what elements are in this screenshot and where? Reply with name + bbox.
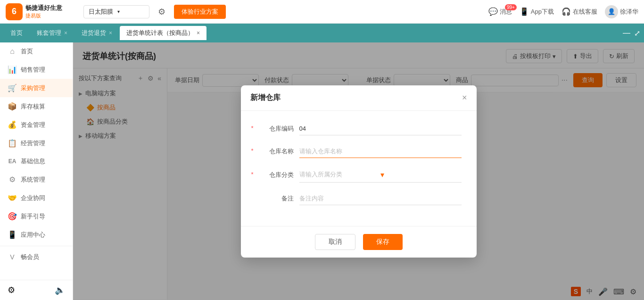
sidebar-item-purchase[interactable]: 🛒 采购管理: [0, 79, 73, 97]
warehouse-code-row: 仓库编码: [256, 122, 462, 135]
settings-button[interactable]: ⚙: [154, 4, 169, 19]
sidebar-label-finance: 资金管理: [21, 121, 45, 129]
purchase-icon: 🛒: [8, 83, 17, 92]
dialog-close-button[interactable]: ×: [462, 93, 467, 103]
category-chevron-icon: ▾: [380, 170, 462, 179]
modal-overlay: 新增仓库 × 仓库编码 仓库名称: [73, 42, 644, 300]
cancel-button[interactable]: 取消: [315, 234, 355, 250]
store-name: 日太阳膜: [89, 8, 116, 16]
online-service-item[interactable]: 🎧 在线客服: [561, 7, 597, 16]
warehouse-note-label: 备注: [256, 194, 294, 203]
username-label: 徐泽华: [620, 8, 638, 16]
tab-purchase-stats[interactable]: 进货单统计表（按商品） ×: [120, 26, 206, 40]
dialog-footer: 取消 保存: [241, 226, 477, 258]
user-item[interactable]: 👤 徐泽华: [605, 5, 638, 18]
dialog-body: 仓库编码 仓库名称 仓库分类 请输入所属分类 ▾: [241, 111, 477, 226]
new-warehouse-dialog: 新增仓库 × 仓库编码 仓库名称: [241, 85, 477, 258]
store-selector[interactable]: 日太阳膜 ▾: [83, 5, 149, 18]
chevron-icon: ▾: [117, 9, 144, 14]
inventory-icon: 📦: [8, 102, 17, 111]
tab-purchase-stats-close[interactable]: ×: [197, 30, 200, 36]
main-layout: ⌂ 首页 📊 销售管理 🛒 采购管理 📦 库存核算 💰 资金管理 📋 经营管理 …: [0, 42, 644, 300]
member-icon: V: [8, 253, 17, 261]
sidebar-label-basic-info: 基础信息: [21, 157, 45, 166]
dialog-header: 新增仓库 ×: [241, 85, 477, 111]
header-right: 💬 消息 99+ 📱 App下载 🎧 在线客服 👤 徐泽华: [488, 5, 638, 18]
tab-purchase-return[interactable]: 进货退货 ×: [75, 26, 119, 40]
sidebar-settings-icon[interactable]: ⚙: [8, 285, 15, 295]
tab-purchase-stats-label: 进货单统计表（按商品）: [126, 29, 194, 37]
sidebar-label-guide: 新手引导: [21, 212, 45, 221]
warehouse-category-placeholder: 请输入所属分类: [299, 170, 380, 179]
sidebar-label-purchase: 采购管理: [21, 84, 45, 92]
save-button[interactable]: 保存: [363, 234, 403, 250]
app-icon: 📱: [8, 230, 17, 239]
sidebar-item-home[interactable]: ⌂ 首页: [0, 42, 73, 60]
sidebar-label-home: 首页: [21, 47, 33, 56]
sidebar-item-member[interactable]: V 畅会员: [0, 248, 73, 266]
dialog-title: 新增仓库: [250, 93, 281, 103]
top-header: 6 畅捷通好生意 捷易版 日太阳膜 ▾ ⚙ 体验行业方案 💬 消息 99+ 📱 …: [0, 0, 644, 24]
logo-sub: 捷易版: [25, 12, 62, 19]
logo-name: 畅捷通好生意: [25, 4, 62, 12]
sidebar-label-operations: 经营管理: [21, 139, 45, 148]
tab-minimize-button[interactable]: —: [623, 29, 630, 38]
sidebar-item-inventory[interactable]: 📦 库存核算: [0, 97, 73, 116]
app-download-item[interactable]: 📱 App下载: [520, 7, 554, 16]
operations-icon: 📋: [8, 139, 17, 148]
logo-text: 畅捷通好生意 捷易版: [25, 4, 62, 19]
warehouse-name-input[interactable]: [299, 145, 462, 158]
tab-account-close[interactable]: ×: [64, 30, 67, 36]
message-badge: 99+: [505, 4, 517, 10]
trial-button[interactable]: 体验行业方案: [174, 5, 226, 19]
avatar: 👤: [605, 5, 618, 18]
tab-purchase-return-label: 进货退货: [82, 29, 106, 37]
sidebar-item-app[interactable]: 📱 应用中心: [0, 225, 73, 244]
warehouse-name-label: 仓库名称: [256, 147, 294, 156]
sidebar-item-operations[interactable]: 📋 经营管理: [0, 134, 73, 152]
tab-bar-right: — ⤢: [623, 29, 640, 38]
sidebar-item-basic-info[interactable]: EA 基础信息: [0, 152, 73, 170]
app-download-label: App下载: [531, 8, 554, 16]
enterprise-icon: 🤝: [8, 193, 17, 202]
finance-icon: 💰: [8, 120, 17, 129]
sidebar-collapse-icon[interactable]: 🔈: [55, 285, 65, 295]
sales-icon: 📊: [8, 65, 17, 74]
sidebar-divider: [0, 246, 73, 246]
system-icon: ⚙: [8, 175, 17, 184]
logo-icon: 6: [6, 3, 23, 20]
sidebar-label-app: 应用中心: [21, 231, 45, 239]
sidebar-label-inventory: 库存核算: [21, 102, 45, 111]
tab-home-label: 首页: [10, 29, 23, 37]
sidebar-item-guide[interactable]: 🎯 新手引导: [0, 207, 73, 225]
warehouse-code-label: 仓库编码: [256, 125, 294, 133]
tab-purchase-return-close[interactable]: ×: [109, 30, 112, 36]
sidebar-label-member: 畅会员: [21, 253, 39, 261]
warehouse-name-row: 仓库名称: [256, 145, 462, 158]
sidebar-item-system[interactable]: ⚙ 系统管理: [0, 170, 73, 189]
tab-account-label: 账套管理: [37, 29, 61, 37]
tab-home[interactable]: 首页: [4, 26, 29, 40]
sidebar: ⌂ 首页 📊 销售管理 🛒 采购管理 📦 库存核算 💰 资金管理 📋 经营管理 …: [0, 42, 73, 300]
tab-account[interactable]: 账套管理 ×: [30, 26, 74, 40]
content-area: 进货单统计(按商品) 🖨 按模板打印 ▾ ⬆ 导出 ↻ 刷新: [73, 42, 644, 300]
home-icon: ⌂: [8, 47, 17, 56]
tab-bar: 首页 账套管理 × 进货退货 × 进货单统计表（按商品） × — ⤢: [0, 24, 644, 42]
basic-info-icon: EA: [8, 158, 17, 165]
guide-icon: 🎯: [8, 212, 17, 221]
message-item[interactable]: 💬 消息 99+: [488, 7, 512, 16]
warehouse-note-row: 备注: [256, 192, 462, 205]
logo-area: 6 畅捷通好生意 捷易版: [6, 3, 79, 20]
tab-expand-button[interactable]: ⤢: [634, 29, 640, 38]
sidebar-item-enterprise[interactable]: 🤝 企业协同: [0, 189, 73, 207]
sidebar-item-sales[interactable]: 📊 销售管理: [0, 60, 73, 79]
warehouse-category-row: 仓库分类 请输入所属分类 ▾: [256, 167, 462, 183]
sidebar-label-sales: 销售管理: [21, 66, 45, 74]
warehouse-code-input[interactable]: [299, 122, 462, 135]
sidebar-label-enterprise: 企业协同: [21, 194, 45, 202]
warehouse-category-label: 仓库分类: [256, 171, 294, 179]
sidebar-item-finance[interactable]: 💰 资金管理: [0, 116, 73, 134]
online-service-label: 在线客服: [573, 8, 597, 16]
warehouse-note-input[interactable]: [299, 192, 462, 205]
warehouse-category-select[interactable]: 请输入所属分类 ▾: [299, 167, 462, 183]
